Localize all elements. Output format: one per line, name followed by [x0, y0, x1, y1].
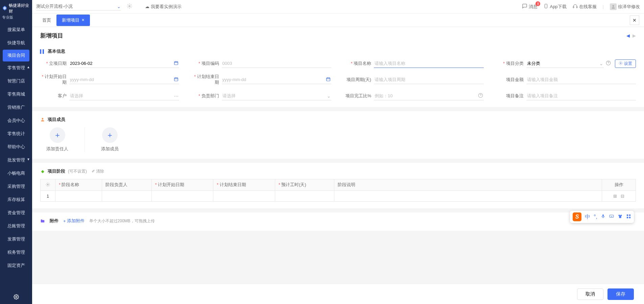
add-attachment-button[interactable]: + 添加附件	[63, 218, 85, 224]
chevron-up-icon: ▲	[27, 65, 30, 69]
tab-new-project[interactable]: 新增项目 ✕	[56, 15, 90, 26]
help-icon[interactable]	[606, 60, 611, 67]
customer-select[interactable]	[69, 92, 179, 100]
ime-toolbar[interactable]: S 中 °,	[570, 211, 634, 223]
chevron-down-icon: ⌄	[117, 4, 121, 9]
department-select[interactable]	[222, 92, 332, 100]
chevron-down-icon[interactable]: ⌄	[599, 61, 603, 66]
section-title: 附件	[50, 218, 58, 224]
ime-punct-icon[interactable]: °,	[594, 214, 597, 220]
svg-point-0	[16, 296, 17, 298]
insert-row-icon[interactable]: ⊞	[613, 194, 617, 199]
tabbar: 首页 新增项目 ✕ ✕	[32, 14, 644, 27]
project-name-input[interactable]	[374, 59, 484, 68]
col-desc: 阶段说明	[334, 179, 602, 191]
sidebar-item-ledger[interactable]: 总账管理	[0, 220, 32, 233]
next-record-button[interactable]: ▶	[633, 33, 636, 38]
complete-pct-input[interactable]	[374, 92, 484, 100]
section-title: 项目阶段	[48, 168, 65, 174]
project-category-select[interactable]	[526, 59, 604, 68]
field-label: 立项日期	[40, 61, 67, 67]
messages-badge: 8	[535, 1, 540, 6]
save-button[interactable]: 保存	[607, 288, 634, 300]
cell-est-hours[interactable]	[275, 191, 334, 202]
business-unit-select[interactable]: 测试分开流程-小况 ⌄	[36, 3, 121, 10]
headset-icon	[573, 4, 578, 10]
ime-lang-toggle[interactable]: 中	[585, 213, 590, 221]
more-icon[interactable]: ⋯	[174, 94, 178, 99]
plan-start-input[interactable]	[69, 75, 179, 84]
folder-icon	[40, 219, 45, 223]
section-stages: ◆ 项目阶段 (可不设置) ✐ 清除	[32, 163, 644, 208]
calendar-icon[interactable]	[174, 77, 178, 83]
messages-button[interactable]: 消息 8	[522, 3, 538, 10]
sidebar-item-member[interactable]: 会员中心	[0, 114, 32, 127]
cancel-button[interactable]: 取消	[577, 288, 603, 300]
table-row[interactable]: 1 ⊞ ⊟	[41, 191, 636, 202]
clear-stages-button[interactable]: ✐ 清除	[92, 169, 104, 174]
remark-input[interactable]	[526, 92, 636, 100]
sidebar-item-inventory[interactable]: 库存核算	[0, 193, 32, 206]
delete-row-icon[interactable]: ⊟	[621, 194, 624, 199]
svg-rect-36	[629, 217, 630, 218]
topbar: 测试分开流程-小况 ⌄ ☁ 我要看实例演示 消息 8	[32, 0, 644, 14]
sidebar-item-purchase[interactable]: 采购管理	[0, 180, 32, 193]
section-members: 项目成员 ＋ 添加责任人 ＋ 添加成员	[32, 111, 644, 159]
close-all-tabs-button[interactable]: ✕	[630, 16, 639, 25]
sidebar-item-invoice[interactable]: 发票管理	[0, 233, 32, 246]
brand-edition: 专业版	[0, 15, 32, 23]
sidebar-item-retail-mall[interactable]: 零售商城	[0, 88, 32, 101]
sidebar-item-marketing[interactable]: 营销推广	[0, 101, 32, 114]
section-title: 基本信息	[48, 48, 65, 54]
col-plan-end: 计划结束日期	[213, 179, 275, 191]
calendar-icon[interactable]	[174, 61, 178, 67]
gear-icon	[619, 61, 623, 66]
cell-desc[interactable]	[334, 191, 602, 202]
project-amount-input[interactable]	[526, 75, 636, 84]
ime-toolbox-icon[interactable]	[626, 214, 631, 220]
plan-end-input[interactable]	[222, 75, 332, 84]
sidebar-item-project-contract[interactable]: 项目合同	[3, 50, 29, 61]
cell-plan-end[interactable]	[213, 191, 275, 202]
sidebar-item-retail-stats[interactable]: 零售统计	[0, 127, 32, 141]
sidebar-item-wholesale[interactable]: 批发管理▼	[0, 154, 32, 167]
table-settings-button[interactable]	[41, 179, 55, 191]
sidebar-item-quicknav[interactable]: 快捷导航	[0, 36, 32, 50]
business-unit-settings[interactable]	[127, 3, 132, 10]
ime-keyboard-icon[interactable]	[609, 214, 614, 220]
project-code-input[interactable]	[222, 59, 332, 68]
sidebar-item-funds[interactable]: 资金管理	[0, 206, 32, 220]
user-menu[interactable]: 徐泽华修改	[610, 3, 640, 10]
prev-record-button[interactable]: ◀	[626, 33, 630, 38]
svg-point-25	[47, 184, 48, 185]
category-setup-button[interactable]: 设置	[615, 59, 636, 68]
demo-link[interactable]: ☁ 我要看实例演示	[145, 4, 182, 10]
cell-stage-name[interactable]	[55, 191, 102, 202]
gear-icon	[14, 296, 19, 301]
project-period-input[interactable]	[374, 75, 484, 84]
online-service-button[interactable]: 在线客服	[573, 4, 597, 10]
cell-plan-start[interactable]	[151, 191, 213, 202]
sidebar-item-help[interactable]: 帮助中心	[0, 141, 32, 154]
avatar-icon	[610, 3, 617, 10]
chevron-down-icon[interactable]: ⌄	[327, 94, 331, 99]
ime-voice-icon[interactable]	[601, 214, 605, 220]
close-icon[interactable]: ✕	[81, 18, 85, 22]
add-member-button[interactable]: ＋	[102, 127, 118, 143]
sidebar-item-fixed-asset[interactable]: 固定资产	[0, 259, 32, 272]
cell-stage-owner[interactable]	[102, 191, 151, 202]
app-download-button[interactable]: App下载	[544, 4, 566, 10]
sidebar-item-retail[interactable]: 零售管理▲	[0, 61, 32, 75]
ime-skin-icon[interactable]	[618, 214, 623, 220]
calendar-icon[interactable]	[326, 77, 331, 83]
sidebar-item-tax[interactable]: 税务管理	[0, 246, 32, 259]
sidebar-item-smart-store[interactable]: 智慧门店	[0, 75, 32, 88]
help-icon[interactable]	[478, 93, 483, 99]
sidebar-item-ecommerce[interactable]: 小畅电商	[0, 167, 32, 180]
sidebar-item-search[interactable]: 搜索菜单	[0, 23, 32, 36]
start-date-input[interactable]	[69, 59, 179, 68]
sidebar-settings[interactable]	[0, 291, 32, 304]
tab-home[interactable]: 首页	[37, 15, 56, 26]
add-owner-button[interactable]: ＋	[50, 127, 65, 143]
field-label: 项目备注	[497, 93, 524, 99]
